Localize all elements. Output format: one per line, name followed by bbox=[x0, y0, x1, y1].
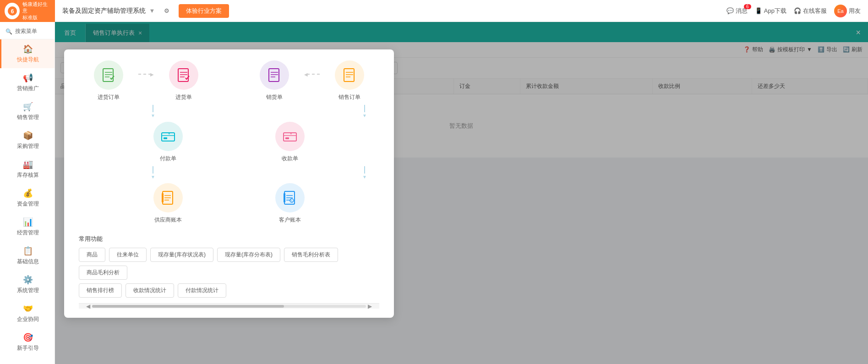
horizontal-scrollbar[interactable]: ◀ ▶ bbox=[79, 303, 379, 309]
scrollbar-track[interactable] bbox=[92, 305, 366, 308]
flow-node-customer-ledger[interactable]: 人 客户账本 bbox=[260, 183, 320, 224]
sales-bill-circle bbox=[260, 60, 289, 90]
sidebar-item-quick-nav[interactable]: 🏠 快捷导航 bbox=[0, 39, 55, 68]
app-download-btn[interactable]: 📱 App下载 bbox=[755, 7, 786, 15]
top-header: 6 畅康通好生意 标准版 装备及固定资产辅助管理系统 ▼ ⚙ 体验行业方案 💬 … bbox=[0, 0, 868, 22]
customer-ledger-circle: 人 bbox=[275, 183, 305, 212]
svg-rect-2 bbox=[103, 69, 113, 81]
flow-node-sales-order[interactable]: 销售订单 bbox=[320, 60, 379, 101]
service-icon: 🎧 bbox=[794, 7, 801, 14]
func-btn-6[interactable]: 销售排行榜 bbox=[79, 283, 122, 298]
flow-row-arrows-2: ▼ ▼ bbox=[79, 166, 379, 179]
main-layout: 🔍 搜索菜单 🏠 快捷导航 📢 营销推广 🛒 销售管理 📦 采购管理 🏭 库存核… bbox=[0, 22, 868, 364]
scroll-right-btn[interactable]: ▶ bbox=[366, 303, 374, 310]
flow-row-2: ¥ 付款单 bbox=[79, 122, 379, 163]
func-btn-7[interactable]: 收款情况统计 bbox=[126, 283, 174, 298]
func-btn-5[interactable]: 商品毛利分析 bbox=[79, 266, 127, 280]
flow-arrow-2 bbox=[304, 72, 320, 90]
func-btn-3[interactable]: 现存量(库存分布表) bbox=[217, 248, 280, 262]
svg-rect-32 bbox=[284, 193, 285, 202]
svg-rect-24 bbox=[285, 137, 289, 139]
sidebar-item-basic-info[interactable]: 📋 基础信息 bbox=[0, 241, 55, 270]
trial-btn[interactable]: 体验行业方案 bbox=[179, 4, 229, 18]
func-btn-0[interactable]: 商品 bbox=[79, 248, 105, 262]
search-menu-btn[interactable]: 🔍 搜索菜单 bbox=[0, 24, 55, 39]
logo-area: 6 畅康通好生意 标准版 bbox=[0, 0, 55, 22]
sidebar-item-newbie[interactable]: 🎯 新手引导 bbox=[0, 328, 55, 357]
svg-text:人: 人 bbox=[290, 200, 293, 202]
svg-rect-6 bbox=[178, 69, 188, 81]
settings-btn[interactable]: ⚙ bbox=[160, 5, 173, 17]
operations-icon: 📊 bbox=[23, 217, 33, 227]
func-btn-4[interactable]: 销售毛利分析表 bbox=[284, 248, 338, 262]
svg-rect-27 bbox=[162, 193, 164, 202]
online-service-btn[interactable]: 🎧 在线客服 bbox=[794, 7, 827, 15]
logo-text: 畅康通好生意 标准版 bbox=[22, 1, 50, 21]
func-btn-1[interactable]: 往来单位 bbox=[109, 248, 147, 262]
sidebar-item-system[interactable]: ⚙️ 系统管理 bbox=[0, 270, 55, 299]
finance-icon: 💰 bbox=[23, 188, 33, 198]
header-right: 💬 消息 6 📱 App下载 🎧 在线客服 Ea 用友 bbox=[726, 5, 861, 17]
flow-arrow-1 bbox=[138, 72, 154, 90]
message-btn[interactable]: 💬 消息 6 bbox=[726, 7, 748, 15]
flow-node-supplier-ledger[interactable]: 供应商账本 bbox=[138, 183, 198, 224]
sidebar-item-marketing[interactable]: 📢 营销推广 bbox=[0, 68, 55, 97]
sidebar-item-operations[interactable]: 📊 经营管理 bbox=[0, 212, 55, 241]
logo-icon: 6 bbox=[5, 3, 20, 19]
payment-circle: ¥ bbox=[153, 122, 183, 151]
sidebar-item-finance[interactable]: 💰 资金管理 bbox=[0, 184, 55, 212]
newbie-icon: 🎯 bbox=[23, 332, 33, 342]
search-icon: 🔍 bbox=[5, 28, 12, 35]
scrollbar-thumb bbox=[92, 305, 284, 308]
user-menu-btn[interactable]: Ea 用友 bbox=[834, 5, 861, 17]
supplier-ledger-circle bbox=[153, 183, 183, 212]
phone-icon: 📱 bbox=[755, 7, 762, 14]
sidebar-item-enterprise[interactable]: 🤝 企业协同 bbox=[0, 299, 55, 328]
sidebar: 🔍 搜索菜单 🏠 快捷导航 📢 营销推广 🛒 销售管理 📦 采购管理 🏭 库存核… bbox=[0, 22, 55, 364]
flow-node-sales-bill[interactable]: 销货单 bbox=[245, 60, 304, 101]
modal-overlay: 进货订单 bbox=[55, 22, 868, 364]
flow-row-1: 进货订单 bbox=[79, 60, 379, 101]
sidebar-item-sales[interactable]: 🛒 销售管理 bbox=[0, 97, 55, 126]
sidebar-item-purchase[interactable]: 📦 采购管理 bbox=[0, 126, 55, 155]
enterprise-icon: 🤝 bbox=[23, 304, 33, 314]
svg-text:¥: ¥ bbox=[289, 131, 292, 136]
system-dropdown-btn[interactable]: ▼ bbox=[147, 6, 157, 16]
user-avatar: Ea bbox=[834, 5, 847, 17]
quick-nav-icon: 🏠 bbox=[23, 44, 33, 54]
inventory-icon: 🏭 bbox=[23, 159, 33, 169]
common-functions-title: 常用功能 bbox=[79, 235, 379, 243]
flow-row-3: 供应商账本 bbox=[79, 183, 379, 224]
sidebar-item-inventory[interactable]: 🏭 库存核算 bbox=[0, 155, 55, 184]
flow-node-payment[interactable]: ¥ 付款单 bbox=[138, 122, 198, 163]
flow-row-arrows: ▼ ▼ bbox=[79, 105, 379, 118]
content-area: 首页 销售订单执行表 × × ❓ 帮助 🖨️ 按模板打印 ▼ ⬆️ bbox=[55, 22, 868, 364]
message-icon: 💬 bbox=[726, 7, 734, 14]
func-btn-2[interactable]: 现存量(库存状况表) bbox=[150, 248, 213, 262]
basic-info-icon: 📋 bbox=[23, 246, 33, 256]
func-btn-8[interactable]: 付款情况统计 bbox=[178, 283, 226, 298]
svg-text:¥: ¥ bbox=[168, 131, 170, 136]
flow-diagram: 进货订单 bbox=[79, 60, 379, 224]
marketing-icon: 📢 bbox=[23, 73, 33, 83]
purchase-icon: 📦 bbox=[23, 130, 33, 141]
sales-icon: 🛒 bbox=[23, 102, 33, 112]
flow-node-purchase-order[interactable]: 进货订单 bbox=[79, 60, 138, 101]
svg-rect-10 bbox=[269, 69, 279, 81]
sales-order-circle bbox=[335, 60, 364, 90]
purchase-bill-circle bbox=[169, 60, 198, 90]
scroll-left-btn[interactable]: ◀ bbox=[84, 303, 92, 310]
system-title: 装备及固定资产辅助管理系统 bbox=[62, 7, 146, 15]
svg-text:6: 6 bbox=[11, 8, 14, 15]
system-icon: ⚙️ bbox=[23, 275, 33, 285]
flow-node-purchase-bill[interactable]: 进货单 bbox=[154, 60, 213, 101]
func-buttons: 商品 往来单位 现存量(库存状况表) 现存量(库存分布表) 销售毛利分析表 商品… bbox=[79, 248, 379, 280]
common-functions: 常用功能 商品 往来单位 现存量(库存状况表) 现存量(库存分布表) 销售毛利分… bbox=[79, 235, 379, 298]
receipt-circle: ¥ bbox=[275, 122, 305, 151]
svg-rect-20 bbox=[164, 137, 167, 139]
purchase-order-circle bbox=[94, 60, 123, 90]
svg-rect-14 bbox=[344, 69, 354, 81]
modal-box: 进货订单 bbox=[64, 49, 394, 318]
func-buttons-row2: 销售排行榜 收款情况统计 付款情况统计 bbox=[79, 283, 379, 298]
flow-node-receipt[interactable]: ¥ 收款单 bbox=[260, 122, 320, 163]
